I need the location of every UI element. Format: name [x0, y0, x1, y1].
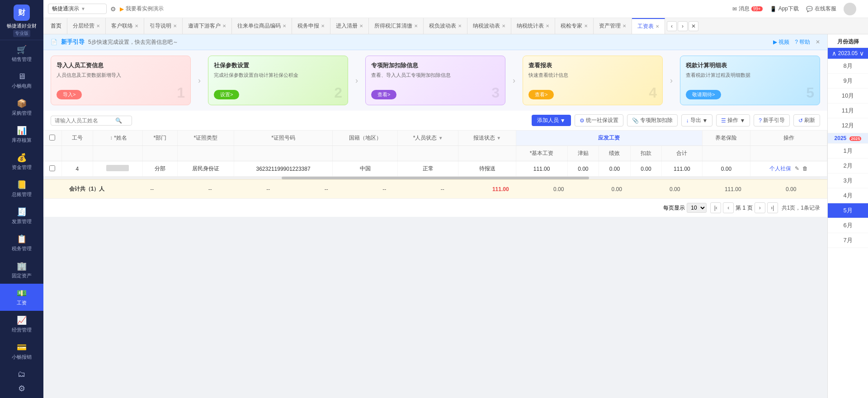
prev-page-btn[interactable]: ‹	[723, 202, 734, 213]
th-allowance: 津贴	[567, 146, 599, 161]
sidebar-item-inventory[interactable]: 📊 库存核算	[0, 121, 43, 148]
tab-tax-stat-close[interactable]: ✕	[546, 23, 549, 28]
search-icon[interactable]: 🔍	[115, 117, 122, 124]
delete-icon[interactable]: 🗑	[802, 165, 808, 172]
month-4[interactable]: 4月	[828, 188, 868, 203]
sidebar-item-reimbursement[interactable]: 💳 小畅报销	[0, 338, 43, 365]
month-9[interactable]: 9月	[828, 74, 868, 89]
demo-btn[interactable]: ▶ 我要看实例演示	[120, 5, 164, 13]
tab-layered[interactable]: 分层经营 ✕	[67, 18, 106, 34]
tab-tax-report[interactable]: 税务申报 ✕	[292, 18, 330, 34]
step-4-btn[interactable]: 查看>	[528, 90, 554, 99]
guide-video-btn[interactable]: ▶ 视频	[773, 38, 789, 46]
month-10[interactable]: 10月	[828, 89, 868, 103]
status-filter-icon[interactable]: ▼	[439, 136, 443, 140]
operation-btn[interactable]: ☰ 操作 ▼	[716, 114, 750, 126]
sidebar-item-basics[interactable]: 🗂 基础信息	[0, 365, 43, 379]
tab-invite[interactable]: 邀请下游客户 ✕	[183, 18, 232, 34]
tab-guide-desc-close[interactable]: ✕	[173, 23, 177, 28]
sidebar-item-payroll[interactable]: 💵 工资	[0, 284, 43, 311]
sidebar-item-funds[interactable]: 💰 资金管理	[0, 148, 43, 175]
special-deduction-btn[interactable]: 📎 专项附加扣除	[627, 114, 678, 126]
tab-tax-burden-close[interactable]: ✕	[458, 23, 462, 28]
month-next-btn[interactable]: ∨	[859, 50, 864, 57]
tab-asset-mgmt[interactable]: 资产管理 ✕	[594, 18, 632, 34]
tab-income-tax[interactable]: 所得税汇算清缴 ✕	[369, 18, 424, 34]
first-page-btn[interactable]: |‹	[710, 202, 721, 213]
tabs-close-all-btn[interactable]: ✕	[689, 21, 698, 31]
month-5[interactable]: 5月	[828, 203, 868, 218]
settings-icon[interactable]: ⚙	[18, 384, 25, 393]
export-btn[interactable]: ↓ 导出 ▼	[681, 114, 713, 126]
sidebar-item-ledger[interactable]: 📒 总账管理	[0, 175, 43, 202]
message-btn[interactable]: ✉ 消息 99+	[732, 5, 763, 13]
search-box[interactable]: 🔍	[51, 116, 132, 126]
tab-home[interactable]: 首页	[45, 18, 67, 34]
tab-invite-close[interactable]: ✕	[222, 23, 226, 28]
guide-close-btn[interactable]: ✕	[816, 39, 820, 45]
tab-income-tax-close[interactable]: ✕	[414, 23, 418, 28]
tab-tax-expert-close[interactable]: ✕	[584, 23, 588, 28]
tab-clearance[interactable]: 进入清册 ✕	[330, 18, 369, 34]
month-1[interactable]: 1月	[828, 144, 868, 159]
sidebar-item-ecommerce[interactable]: 🖥 小畅电商	[0, 67, 43, 94]
sidebar-item-tax[interactable]: 📋 税务管理	[0, 229, 43, 257]
tab-tax-stat[interactable]: 纳税统计表 ✕	[511, 18, 555, 34]
tab-clearance-close[interactable]: ✕	[359, 23, 363, 28]
tab-layered-close[interactable]: ✕	[96, 23, 100, 28]
tab-product-code-close[interactable]: ✕	[283, 23, 286, 28]
tab-asset-mgmt-close[interactable]: ✕	[623, 23, 626, 28]
personal-insurance-link[interactable]: 个人社保	[769, 165, 791, 172]
company-selector[interactable]: 畅捷通演示 ▼	[48, 4, 107, 14]
tab-tax-wave[interactable]: 纳税波动表 ✕	[467, 18, 511, 34]
guide-btn[interactable]: ? 新手引导	[754, 114, 790, 126]
sidebar-item-sales[interactable]: 🛒 销售管理	[0, 40, 43, 67]
sort-icon[interactable]: ↕	[110, 135, 113, 141]
tab-tax-report-close[interactable]: ✕	[321, 23, 325, 28]
edit-icon[interactable]: ✎	[795, 165, 799, 172]
guide-help-btn[interactable]: ? 帮助	[795, 38, 810, 46]
service-btn[interactable]: 💬 在线客服	[806, 5, 836, 13]
tab-tax-expert[interactable]: 税检专家 ✕	[555, 18, 594, 34]
tab-tax-wave-close[interactable]: ✕	[502, 23, 505, 28]
topbar-gear-icon[interactable]: ⚙	[110, 5, 116, 13]
tab-payroll[interactable]: 工资表 ✕	[632, 18, 665, 34]
month-7[interactable]: 7月	[828, 233, 868, 248]
app-download-btn[interactable]: 📱 App下载	[770, 5, 799, 13]
month-prev-btn[interactable]: ∧	[832, 50, 836, 57]
sidebar-item-management[interactable]: 📈 经营管理	[0, 311, 43, 338]
month-12[interactable]: 12月	[828, 118, 868, 133]
sidebar-item-assets[interactable]: 🏢 固定资产	[0, 257, 43, 284]
tab-tax-burden[interactable]: 税负波动表 ✕	[424, 18, 467, 34]
refresh-btn[interactable]: ↺ 刷新	[793, 114, 820, 126]
user-avatar[interactable]	[844, 3, 856, 15]
step-2-btn[interactable]: 设置>	[214, 90, 239, 99]
add-person-btn[interactable]: 添加人员 ▼	[532, 115, 571, 126]
tab-client[interactable]: 客户联络 ✕	[106, 18, 144, 34]
unified-setting-btn[interactable]: ⚙ 统一社保设置	[575, 114, 623, 126]
month-11[interactable]: 11月	[828, 103, 868, 118]
tab-guide-desc[interactable]: 引导说明 ✕	[144, 18, 183, 34]
tab-client-close[interactable]: ✕	[135, 23, 138, 28]
page-size-select[interactable]: 10 20 50	[687, 203, 707, 213]
sidebar-item-invoice[interactable]: 🧾 发票管理	[0, 202, 43, 229]
month-8[interactable]: 8月	[828, 59, 868, 74]
search-input[interactable]	[55, 117, 113, 124]
row-checkbox[interactable]	[49, 165, 55, 171]
month-2[interactable]: 2月	[828, 159, 868, 173]
report-filter-icon[interactable]: ▼	[496, 136, 501, 140]
select-all-checkbox[interactable]	[49, 135, 55, 140]
tab-payroll-close[interactable]: ✕	[656, 24, 659, 29]
next-page-btn[interactable]: ›	[755, 202, 765, 213]
tabs-prev-btn[interactable]: ‹	[667, 21, 677, 31]
sidebar-item-purchase[interactable]: 📦 采购管理	[0, 94, 43, 121]
step-5-btn[interactable]: 敬请期待>	[686, 90, 721, 99]
month-3[interactable]: 3月	[828, 173, 868, 188]
step-3-btn[interactable]: 查看>	[371, 90, 396, 99]
month-6[interactable]: 6月	[828, 218, 868, 233]
year-2025-header: 2025 2025	[828, 133, 868, 144]
step-1-btn[interactable]: 导入>	[57, 90, 82, 99]
tabs-next-btn[interactable]: ›	[678, 21, 688, 31]
last-page-btn[interactable]: ›|	[767, 202, 778, 213]
tab-product-code[interactable]: 往来单位商品编码 ✕	[232, 18, 292, 34]
